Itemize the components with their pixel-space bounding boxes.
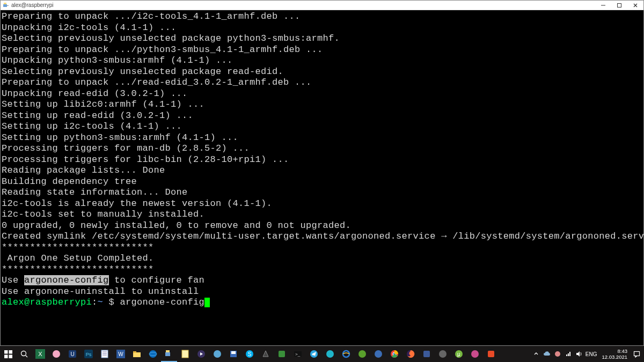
app-icon-7[interactable] [354,346,370,362]
notifications-icon[interactable] [632,350,641,358]
word-icon[interactable]: W [113,346,129,362]
terminal-line: Selecting previously unselected package … [2,67,643,78]
terminal-line: Processing triggers for man-db (2.8.5-2)… [2,143,643,154]
chrome-icon[interactable] [386,346,402,362]
media-icon[interactable] [193,346,209,362]
terminal-line: Use argonone-uninstall to uninstall [2,286,643,298]
terminal-line: Building dependency tree [2,176,643,188]
ie-icon[interactable] [338,346,354,362]
taskbar-clock[interactable]: 8:43 12.03.2021 [599,348,630,360]
clock-time: 8:43 [602,348,627,354]
tray-app-icon[interactable] [553,350,562,358]
clock-date: 12.03.2021 [602,354,627,360]
start-button[interactable] [0,346,16,362]
tray-language[interactable]: ENG [586,351,597,357]
svg-rect-31 [166,350,170,352]
svg-text:S: S [248,351,252,357]
prompt-user-host: alex@raspberrypi [2,297,92,307]
tray-volume-icon[interactable] [575,350,583,358]
app-icon-9[interactable] [419,346,435,362]
photoshop-icon[interactable]: Ps [80,346,97,362]
maximize-button[interactable] [611,1,627,10]
svg-rect-20 [101,350,108,358]
highlighted-command: argonone-config [24,275,109,285]
utorrent-icon[interactable]: μ [451,346,467,362]
terminal[interactable]: Preparing to unpack .../i2c-tools_4.1-1_… [1,10,643,345]
terminal-line: Reading package lists... Done [2,165,643,176]
app-icon-2[interactable]: U [64,346,80,362]
svg-rect-62 [566,354,567,356]
app-icon-12[interactable] [483,346,499,362]
window-title: alex@raspberrypi [11,2,54,8]
svg-line-12 [25,355,27,357]
svg-rect-27 [133,351,136,353]
svg-rect-40 [279,351,285,357]
terminal-line: i2c-tools set to manually installed. [2,209,643,220]
terminal-line: Use argonone-config to configure fan [2,275,643,286]
svg-rect-0 [3,4,7,7]
svg-point-57 [471,350,479,358]
terminal-line: Unpacking read-edid (3.0.2-1) ... [2,88,643,100]
close-button[interactable] [627,1,643,10]
system-tray[interactable]: ENG 8:43 12.03.2021 [532,348,644,360]
app-icon-8[interactable] [370,346,386,362]
svg-rect-8 [9,350,12,354]
svg-rect-53 [423,351,430,357]
app-icon-11[interactable] [467,346,483,362]
terminal-line: Reading state information... Done [2,187,643,198]
prompt-line[interactable]: alex@raspberrypi:~ $ argonone-config [2,297,643,308]
terminal-line: Processing triggers for libc-bin (2.28-1… [2,154,643,166]
tray-chevron-icon[interactable] [532,350,540,358]
terminal-line: Setting up python3-smbus:armhf (4.1-1) .… [2,132,643,144]
svg-point-47 [358,350,366,358]
skype-icon[interactable]: S [241,346,258,362]
tray-cloud-icon[interactable] [543,350,551,358]
putty-taskbar-icon[interactable] [161,346,177,362]
svg-rect-26 [133,352,141,357]
svg-point-35 [214,350,221,358]
terminal-line: Setting up read-edid (3.0.2-1) ... [2,110,643,122]
titlebar[interactable]: alex@raspberrypi [1,1,643,10]
ssh-window: alex@raspberrypi Preparing to unpack ...… [0,0,644,346]
svg-rect-37 [231,351,236,354]
excel-icon[interactable]: X [32,346,48,362]
svg-marker-63 [576,351,580,357]
terminal-line: Setting up i2c-tools (4.1-1) ... [2,121,643,132]
app-icon-3[interactable] [209,346,225,362]
taskbar[interactable]: X U Ps W S >_ μ ENG 8:43 [0,346,644,362]
terminal-line: Preparing to unpack .../read-edid_3.0.2-… [2,77,643,88]
terminal-line: Preparing to unpack .../python3-smbus_4.… [2,45,643,56]
app-icon-4[interactable] [258,346,274,362]
typed-command: argonone-config [120,297,205,307]
svg-rect-2 [7,5,9,6]
prompt-path: ~ [98,297,109,307]
minimize-button[interactable] [595,1,611,10]
svg-text:>_: >_ [295,352,301,357]
telegram-icon[interactable] [306,346,322,362]
browser-icon[interactable] [145,346,161,362]
putty-icon [3,2,9,9]
svg-point-28 [149,350,157,358]
app-icon-6[interactable] [322,346,338,362]
svg-rect-32 [182,350,188,358]
svg-text:U: U [70,351,74,357]
app-icon-10[interactable] [435,346,451,362]
svg-rect-64 [634,351,639,356]
app-icon-5[interactable] [274,346,290,362]
svg-point-11 [21,351,26,356]
notepad-icon[interactable] [97,346,113,362]
firefox-icon[interactable] [402,346,419,362]
svg-point-48 [375,350,382,358]
svg-rect-61 [568,353,569,356]
svg-rect-60 [569,352,570,356]
cmd-icon[interactable]: >_ [290,346,306,362]
tray-network-icon[interactable] [564,350,573,358]
svg-text:Ps: Ps [86,352,92,357]
notes-icon[interactable] [177,346,193,362]
svg-rect-4 [618,3,621,7]
search-button[interactable] [16,346,32,362]
explorer-icon[interactable] [129,346,145,362]
svg-point-46 [343,351,349,357]
app-icon-1[interactable] [48,346,64,362]
save-icon[interactable] [225,346,241,362]
